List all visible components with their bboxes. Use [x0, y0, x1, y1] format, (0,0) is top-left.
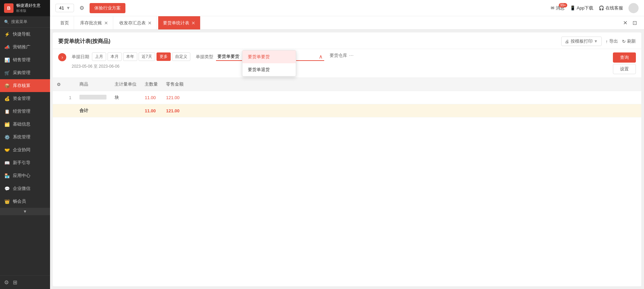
date-7days[interactable]: 近7天 [139, 52, 155, 61]
col-product: 商品 [75, 78, 111, 91]
sidebar-item-operations[interactable]: 📋 经营管理 [0, 105, 50, 118]
date-this-year[interactable]: 本年 [123, 52, 137, 61]
data-table: ⚙ 商品 主计量单位 主数量 零售金额 1 [53, 78, 641, 117]
sidebar-item-inventory[interactable]: 📦 库存核算 [0, 79, 50, 92]
sidebar-item-label: 系统管理 [13, 134, 30, 140]
app-download-button[interactable]: 📱 App下载 [570, 5, 593, 11]
cell-product [75, 91, 111, 104]
type-dropdown-chevron[interactable]: ∧ [319, 53, 323, 60]
warehouse-more-icon[interactable]: ··· [349, 52, 354, 59]
export-button[interactable]: ↑ 导出 [606, 38, 618, 44]
tab-receive-summary-close[interactable]: ✕ [148, 20, 152, 26]
sidebar-item-appstore[interactable]: 🏪 应用中心 [0, 169, 50, 182]
sidebar-item-label: 快捷导航 [13, 31, 30, 37]
tab-requisition-stat[interactable]: 要货单统计表 ✕ [158, 16, 200, 29]
trial-button[interactable]: 体验行业方案 [90, 3, 125, 13]
page-header: 要货单统计表(按商品) 🖨 按模板打印 ▼ ↑ 导出 ↻ 刷新 [53, 32, 641, 49]
col-quantity: 主数量 [141, 78, 162, 91]
filter-expand-toggle[interactable]: › [58, 53, 66, 61]
dropdown-item-requisition-return[interactable]: 要货单退货 [242, 63, 296, 76]
tab-home[interactable]: 首页 [55, 16, 74, 29]
message-icon: ✉ [551, 5, 554, 10]
tab-expand[interactable]: ⊡ [630, 19, 639, 27]
topbar-left: 41 ▼ ⚙ 体验行业方案 [55, 3, 125, 13]
date-filter-group: 单据日期 上月 本月 本年 近7天 更多 自定义 2023-05-06 至 20… [72, 52, 190, 69]
date-this-month[interactable]: 本月 [108, 52, 122, 61]
tab-inventory-batch[interactable]: 库存批次账 ✕ [75, 16, 113, 29]
filter-bar: › 单据日期 上月 本月 本年 近7天 更多 自定义 2023-05-06 至 … [53, 49, 641, 78]
tabs-bar: 首页 库存批次账 ✕ 收发存汇总表 ✕ 要货单统计表 ✕ ✕ ⊡ [50, 16, 644, 30]
online-service-button[interactable]: 🎧 在线客服 [599, 5, 623, 11]
sidebar-item-quick-nav[interactable]: ⚡ 快捷导航 [0, 28, 50, 41]
tabs-controls: ✕ ⊡ [621, 19, 639, 27]
tab-requisition-stat-label: 要货单统计表 [163, 20, 189, 26]
tab-close-all[interactable]: ✕ [621, 19, 629, 27]
tab-requisition-stat-close[interactable]: ✕ [191, 20, 195, 26]
date-range-display: 2023-05-06 至 2023-06-06 [72, 64, 190, 69]
appstore-icon: 🏪 [4, 173, 10, 179]
print-button[interactable]: 🖨 按模板打印 ▼ [561, 37, 602, 46]
guide-icon: 📖 [4, 160, 10, 166]
sidebar: B 畅捷通好生意 标准版 🔍 搜索菜单 ⚡ 快捷导航 📣 营销推广 📊 销售管理… [0, 0, 50, 289]
settings-footer-icon[interactable]: ⚙ [4, 279, 9, 286]
sidebar-item-label: 库存核算 [13, 83, 30, 89]
query-button[interactable]: 查询 [613, 52, 636, 63]
sidebar-item-label: 基础信息 [13, 121, 30, 127]
table-total-row: 合计 11.00 121.00 [53, 104, 641, 117]
cell-num: 1 [65, 91, 75, 104]
topbar: 41 ▼ ⚙ 体验行业方案 ✉ 消息 99+ 📱 App下载 🎧 在线客服 [50, 0, 644, 16]
sidebar-item-basic[interactable]: 🗂️ 基础信息 [0, 118, 50, 131]
store-selector[interactable]: 41 ▼ [55, 4, 74, 12]
vip-icon: 👑 [4, 198, 10, 204]
cell-amount: 121.00 [162, 91, 188, 104]
sidebar-logo: B 畅捷通好生意 标准版 [0, 0, 50, 16]
product-placeholder [79, 95, 106, 99]
col-settings[interactable]: ⚙ [53, 78, 65, 91]
sidebar-item-guide[interactable]: 📖 新手引导 [0, 156, 50, 169]
date-more[interactable]: 更多 [157, 52, 171, 61]
search-icon: 🔍 [4, 20, 9, 24]
basic-icon: 🗂️ [4, 121, 10, 127]
tab-inventory-batch-label: 库存批次账 [80, 20, 102, 26]
sidebar-item-label: 营销推广 [13, 44, 30, 50]
sidebar-item-system[interactable]: ⚙️ 系统管理 [0, 131, 50, 143]
dropdown-item-requisition-order[interactable]: 要货单要货 [242, 50, 296, 63]
sidebar-item-finance[interactable]: 💰 资金管理 [0, 92, 50, 105]
filter-actions: 查询 设置 [613, 52, 636, 74]
page-title: 要货单统计表(按商品) [58, 38, 111, 45]
date-prev-month[interactable]: 上月 [92, 52, 106, 61]
sidebar-item-label: 应用中心 [13, 173, 30, 179]
sidebar-item-marketing[interactable]: 📣 营销推广 [0, 41, 50, 53]
col-amount: 零售金额 [162, 78, 188, 91]
logo-sub: 标准版 [16, 8, 41, 13]
cell-settings [53, 91, 65, 104]
messages-button[interactable]: ✉ 消息 99+ [551, 5, 565, 11]
user-avatar[interactable] [628, 3, 639, 13]
sidebar-item-enterprise[interactable]: 🤝 企业协同 [0, 143, 50, 156]
date-label: 单据日期 [72, 54, 89, 60]
sales-icon: 📊 [4, 57, 10, 63]
table-wrap: ⚙ 商品 主计量单位 主数量 零售金额 1 [53, 78, 641, 117]
date-custom[interactable]: 自定义 [172, 52, 190, 61]
tab-receive-summary[interactable]: 收发存汇总表 ✕ [115, 16, 157, 29]
sidebar-item-purchase[interactable]: 🛒 采购管理 [0, 66, 50, 79]
refresh-button[interactable]: ↻ 刷新 [622, 38, 636, 44]
table-row: 1 块 11.00 121.00 [53, 91, 641, 104]
sidebar-item-vip[interactable]: 👑 畅会员 [0, 195, 50, 208]
sidebar-search[interactable]: 🔍 搜索菜单 [0, 16, 50, 28]
sidebar-item-wechat[interactable]: 💬 企业微信 [0, 182, 50, 195]
cell-unit: 块 [111, 91, 141, 104]
topbar-settings-button[interactable]: ⚙ [78, 4, 86, 12]
page-content: 要货单统计表(按商品) 🖨 按模板打印 ▼ ↑ 导出 ↻ 刷新 [53, 32, 641, 286]
purchase-icon: 🛒 [4, 70, 10, 76]
sidebar-scroll-down[interactable]: ▼ [0, 208, 50, 215]
inventory-icon: 📦 [4, 83, 10, 89]
filter-settings-button[interactable]: 设置 [613, 64, 636, 74]
sidebar-item-sales[interactable]: 📊 销售管理 [0, 53, 50, 66]
total-amount: 121.00 [162, 104, 188, 117]
fold-icon[interactable]: ⊞ [13, 279, 17, 286]
sidebar-item-label: 企业协同 [13, 147, 30, 153]
col-num [65, 78, 75, 91]
tab-inventory-batch-close[interactable]: ✕ [104, 20, 108, 26]
sidebar-item-label: 资金管理 [13, 95, 30, 102]
